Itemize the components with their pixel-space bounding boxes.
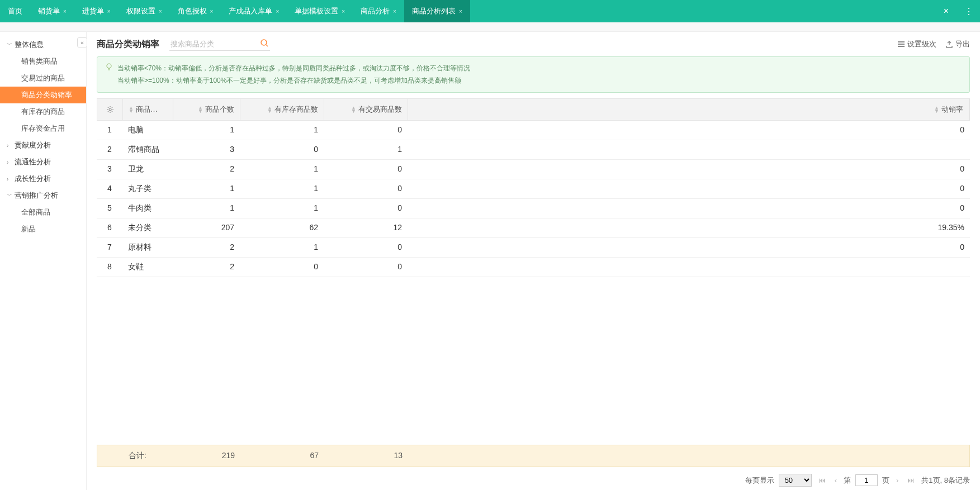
close-icon[interactable]: ×	[159, 8, 162, 15]
cell-traded: 12	[324, 218, 408, 237]
cell-traded: 0	[324, 238, 408, 257]
cell-index: 1	[97, 121, 122, 140]
close-all-icon[interactable]: ×	[935, 0, 958, 22]
page-size-select[interactable]: 50	[779, 474, 812, 487]
pager-page-input[interactable]	[855, 474, 878, 486]
sidebar-group-marketing[interactable]: ﹀营销推广分析	[0, 187, 86, 204]
tab-purchase-order[interactable]: 进货单×	[74, 0, 119, 22]
pager-summary: 共1页, 8条记录	[921, 475, 970, 486]
lightbulb-icon	[105, 63, 113, 87]
pager-page-label-right: 页	[882, 475, 889, 486]
sidebar-item-sales-products[interactable]: 销售类商品	[0, 53, 86, 70]
table-header: ▲▼商品… ▲▼商品个数 ▲▼有库存商品数 ▲▼有交易商品数 ▲▼动销率	[97, 98, 970, 121]
tab-permission[interactable]: 权限设置×	[119, 0, 170, 22]
table-row[interactable]: 3卫龙2100	[97, 160, 970, 179]
sidebar-group-growth[interactable]: ›成长性分析	[0, 170, 86, 187]
tab-doc-template[interactable]: 单据模板设置×	[287, 0, 353, 22]
chevron-right-icon: ›	[7, 159, 12, 165]
pager-prev-icon[interactable]: ‹	[832, 476, 839, 484]
tab-product-analysis-list[interactable]: 商品分析列表×	[404, 0, 470, 22]
table-row[interactable]: 8女鞋200	[97, 258, 970, 277]
cell-instock: 0	[240, 140, 324, 159]
search-input[interactable]	[169, 37, 270, 51]
cell-traded: 1	[324, 140, 408, 159]
table-row[interactable]: 1电脑1100	[97, 121, 970, 140]
sort-icon: ▲▼	[267, 106, 272, 113]
table-footer-total: 合计: 219 67 13	[97, 445, 970, 467]
sidebar-item-new-products[interactable]: 新品	[0, 221, 86, 237]
th-rate[interactable]: ▲▼动销率	[408, 99, 969, 120]
close-icon[interactable]: ×	[342, 8, 345, 15]
th-count[interactable]: ▲▼商品个数	[173, 99, 240, 120]
cell-traded: 0	[324, 160, 408, 179]
tab-home[interactable]: 首页	[0, 0, 30, 22]
chevron-right-icon: ›	[7, 142, 12, 149]
table-row[interactable]: 7原材料2100	[97, 238, 970, 258]
cell-name: 卫龙	[122, 160, 173, 179]
pager-next-icon[interactable]: ›	[894, 476, 901, 484]
pagination: 每页显示 50 ⏮ ‹ 第 页 › ⏭ 共1页, 8条记录	[87, 470, 980, 490]
sidebar-item-all-products[interactable]: 全部商品	[0, 204, 86, 221]
pager-last-icon[interactable]: ⏭	[905, 476, 917, 484]
cell-count: 1	[173, 199, 240, 218]
cell-index: 7	[97, 238, 122, 257]
cell-instock: 62	[240, 218, 324, 237]
svg-rect-2	[898, 41, 905, 42]
close-icon[interactable]: ×	[276, 8, 279, 15]
tab-role-auth[interactable]: 角色授权×	[170, 0, 221, 22]
export-button[interactable]: 导出	[945, 39, 970, 49]
table-row[interactable]: 5牛肉类1100	[97, 199, 970, 218]
search-icon[interactable]	[260, 39, 269, 47]
pager-page-label-left: 第	[844, 475, 851, 486]
cell-traded: 0	[324, 199, 408, 218]
more-menu-icon[interactable]: ⋮	[958, 0, 980, 22]
column-settings-button[interactable]	[97, 99, 123, 120]
th-instock[interactable]: ▲▼有库存商品数	[240, 99, 324, 120]
th-category[interactable]: ▲▼商品…	[123, 99, 173, 120]
cell-rate: 0	[408, 179, 970, 198]
cell-rate	[408, 258, 970, 277]
cell-count: 2	[173, 258, 240, 277]
sidebar-group-contribution[interactable]: ›贡献度分析	[0, 137, 86, 154]
gear-icon	[106, 106, 114, 113]
close-icon[interactable]: ×	[107, 8, 111, 15]
cell-index: 2	[97, 140, 122, 159]
set-level-button[interactable]: 设置级次	[897, 39, 936, 49]
close-icon[interactable]: ×	[210, 8, 214, 15]
cell-instock: 1	[240, 121, 324, 140]
list-icon	[897, 40, 905, 48]
close-icon[interactable]: ×	[459, 8, 462, 15]
cell-rate: 19.35%	[408, 218, 970, 237]
close-icon[interactable]: ×	[393, 8, 396, 15]
cell-count: 207	[173, 218, 240, 237]
close-icon[interactable]: ×	[63, 8, 67, 15]
sidebar-group-overall[interactable]: ﹀整体信息	[0, 36, 86, 53]
table-row[interactable]: 4丸子类1100	[97, 179, 970, 199]
collapse-sidebar-icon[interactable]: «	[77, 37, 87, 47]
pager-first-icon[interactable]: ⏮	[816, 476, 828, 484]
table-row[interactable]: 2滞销商品301	[97, 140, 970, 160]
cell-count: 3	[173, 140, 240, 159]
cell-name: 牛肉类	[122, 199, 173, 218]
sidebar-item-traded-products[interactable]: 交易过的商品	[0, 70, 86, 87]
table-body[interactable]: 1电脑11002滞销商品3013卫龙21004丸子类11005牛肉类11006未…	[97, 121, 970, 445]
export-icon	[945, 40, 953, 48]
cell-name: 丸子类	[122, 179, 173, 198]
tab-sales-order[interactable]: 销货单×	[30, 0, 74, 22]
cell-count: 2	[173, 160, 240, 179]
table-row[interactable]: 6未分类207621219.35%	[97, 218, 970, 238]
cell-instock: 1	[240, 238, 324, 257]
sidebar-item-category-rate[interactable]: 商品分类动销率	[0, 87, 86, 103]
cell-instock: 1	[240, 179, 324, 198]
sidebar-item-instock-products[interactable]: 有库存的商品	[0, 103, 86, 120]
svg-point-5	[107, 64, 111, 68]
page-title: 商品分类动销率	[97, 39, 159, 50]
cell-instock: 0	[240, 258, 324, 277]
tab-product-analysis[interactable]: 商品分析×	[353, 0, 404, 22]
cell-index: 4	[97, 179, 122, 198]
th-traded[interactable]: ▲▼有交易商品数	[324, 99, 408, 120]
cell-traded: 0	[324, 258, 408, 277]
tab-finished-goods[interactable]: 产成品入库单×	[221, 0, 287, 22]
sidebar-item-inventory-funds[interactable]: 库存资金占用	[0, 120, 86, 137]
sidebar-group-liquidity[interactable]: ›流通性分析	[0, 154, 86, 170]
